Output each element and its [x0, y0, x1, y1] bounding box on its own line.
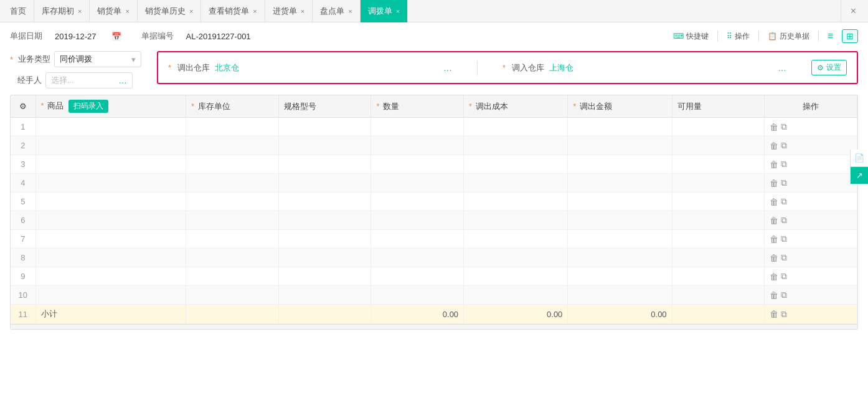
row-cost-6[interactable]: [464, 211, 568, 230]
row-qty-1[interactable]: [371, 118, 464, 136]
row-qty-5[interactable]: [371, 193, 464, 211]
row-unit-10[interactable]: [186, 286, 279, 305]
row-product-9[interactable]: [35, 267, 186, 286]
row-cost-3[interactable]: [464, 155, 568, 174]
row-amount-3[interactable]: [568, 155, 672, 174]
copy-icon-9[interactable]: ⧉: [781, 271, 787, 282]
row-qty-9[interactable]: [371, 267, 464, 286]
row-unit-1[interactable]: [186, 118, 279, 136]
row-qty-2[interactable]: [371, 136, 464, 155]
transfer-out-ellipsis[interactable]: …: [443, 63, 452, 73]
delete-icon-6[interactable]: 🗑: [770, 216, 778, 226]
subtotal-delete-icon[interactable]: 🗑: [770, 309, 778, 319]
layout2-button[interactable]: ⊞: [842, 29, 858, 43]
right-expand-button[interactable]: ↗: [851, 167, 868, 184]
scan-button[interactable]: 扫码录入: [68, 100, 108, 113]
copy-icon-8[interactable]: ⧉: [781, 252, 787, 263]
row-qty-7[interactable]: [371, 230, 464, 249]
delete-icon-3[interactable]: 🗑: [770, 159, 778, 169]
tab-transfer-close[interactable]: ×: [396, 7, 400, 15]
tab-inventory-init[interactable]: 库存期初 ×: [34, 0, 90, 22]
tab-home[interactable]: 首页: [2, 0, 34, 22]
copy-icon-5[interactable]: ⧉: [781, 196, 787, 207]
row-cost-8[interactable]: [464, 249, 568, 267]
row-unit-5[interactable]: [186, 193, 279, 211]
row-amount-4[interactable]: [568, 174, 672, 193]
delete-icon-4[interactable]: 🗑: [770, 178, 778, 188]
row-unit-9[interactable]: [186, 267, 279, 286]
row-amount-6[interactable]: [568, 211, 672, 230]
row-unit-2[interactable]: [186, 136, 279, 155]
row-unit-3[interactable]: [186, 155, 279, 174]
row-spec-9[interactable]: [278, 267, 371, 286]
row-spec-1[interactable]: [278, 118, 371, 136]
row-product-6[interactable]: [35, 211, 186, 230]
layout1-button[interactable]: ≡: [824, 29, 837, 44]
row-cost-7[interactable]: [464, 230, 568, 249]
row-product-7[interactable]: [35, 230, 186, 249]
tab-sales-order[interactable]: 销货单 ×: [90, 0, 137, 22]
handler-select[interactable]: 选择... …: [45, 72, 133, 88]
row-unit-4[interactable]: [186, 174, 279, 193]
subtotal-copy-icon[interactable]: ⧉: [781, 309, 787, 320]
row-cost-1[interactable]: [464, 118, 568, 136]
row-spec-4[interactable]: [278, 174, 371, 193]
delete-icon-10[interactable]: 🗑: [770, 290, 778, 300]
row-product-10[interactable]: [35, 286, 186, 305]
row-unit-7[interactable]: [186, 230, 279, 249]
tab-transfer[interactable]: 调拨单 ×: [361, 0, 408, 22]
row-cost-10[interactable]: [464, 286, 568, 305]
row-cost-9[interactable]: [464, 267, 568, 286]
delete-icon-9[interactable]: 🗑: [770, 272, 778, 282]
delete-icon-5[interactable]: 🗑: [770, 197, 778, 207]
delete-icon-8[interactable]: 🗑: [770, 253, 778, 263]
row-unit-8[interactable]: [186, 249, 279, 267]
row-amount-10[interactable]: [568, 286, 672, 305]
row-qty-10[interactable]: [371, 286, 464, 305]
transfer-in-ellipsis[interactable]: …: [778, 63, 786, 73]
row-product-4[interactable]: [35, 174, 186, 193]
handler-ellipsis-icon[interactable]: …: [118, 75, 127, 85]
copy-icon-6[interactable]: ⧉: [781, 215, 787, 226]
business-type-select[interactable]: 同价调拨 ▾: [54, 51, 141, 67]
tab-inventory-init-close[interactable]: ×: [78, 7, 82, 15]
calendar-icon[interactable]: 📅: [111, 32, 121, 41]
row-cost-4[interactable]: [464, 174, 568, 193]
copy-icon-7[interactable]: ⧉: [781, 234, 787, 244]
row-amount-1[interactable]: [568, 118, 672, 136]
settings-button[interactable]: ⚙ 设置: [811, 60, 847, 75]
row-amount-8[interactable]: [568, 249, 672, 267]
row-unit-6[interactable]: [186, 211, 279, 230]
operations-button[interactable]: ⠿ 操作: [723, 29, 753, 44]
table-scroll-area[interactable]: ⚙ * 商品 扫码录入 * 库存单位 规格型号: [11, 95, 857, 324]
tab-view-sales[interactable]: 查看销货单 ×: [201, 0, 265, 22]
copy-icon-3[interactable]: ⧉: [781, 159, 787, 169]
row-qty-3[interactable]: [371, 155, 464, 174]
row-amount-2[interactable]: [568, 136, 672, 155]
row-amount-9[interactable]: [568, 267, 672, 286]
row-cost-2[interactable]: [464, 136, 568, 155]
row-product-3[interactable]: [35, 155, 186, 174]
row-spec-6[interactable]: [278, 211, 371, 230]
copy-icon-1[interactable]: ⧉: [781, 121, 787, 132]
copy-icon-4[interactable]: ⧉: [781, 178, 787, 188]
row-cost-5[interactable]: [464, 193, 568, 211]
row-spec-5[interactable]: [278, 193, 371, 211]
tab-inventory-check[interactable]: 盘点单 ×: [313, 0, 360, 22]
row-qty-8[interactable]: [371, 249, 464, 267]
shortcut-button[interactable]: ⌨ 快捷键: [669, 29, 712, 44]
row-spec-2[interactable]: [278, 136, 371, 155]
row-spec-8[interactable]: [278, 249, 371, 267]
row-spec-3[interactable]: [278, 155, 371, 174]
row-product-2[interactable]: [35, 136, 186, 155]
column-settings-gear[interactable]: ⚙: [11, 95, 35, 118]
row-product-1[interactable]: [35, 118, 186, 136]
tab-view-sales-close[interactable]: ×: [253, 7, 257, 15]
delete-icon-2[interactable]: 🗑: [770, 141, 778, 151]
row-qty-4[interactable]: [371, 174, 464, 193]
row-product-5[interactable]: [35, 193, 186, 211]
copy-icon-2[interactable]: ⧉: [781, 140, 787, 151]
tab-inventory-check-close[interactable]: ×: [348, 7, 352, 15]
delete-icon-7[interactable]: 🗑: [770, 234, 778, 244]
tab-sales-history[interactable]: 销货单历史 ×: [138, 0, 201, 22]
